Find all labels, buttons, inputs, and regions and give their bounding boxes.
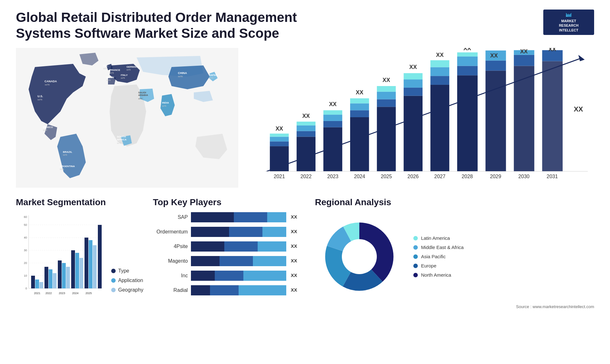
svg-text:2025: 2025 [85,292,92,295]
svg-rect-75 [457,52,478,57]
svg-text:10: 10 [24,274,27,277]
svg-text:xx%: xx% [60,168,64,170]
svg-rect-122 [53,273,57,288]
player-row: RadialXX [153,285,305,295]
svg-rect-132 [85,238,88,288]
svg-rect-40 [270,133,288,137]
player-bar-segment [253,256,286,266]
svg-text:U.S.: U.S. [37,95,43,98]
svg-text:XX: XX [356,89,363,95]
player-bar-segment [258,241,286,252]
player-name: Radial [153,287,188,293]
player-bar-segment [262,227,286,237]
svg-rect-43 [297,131,315,137]
svg-text:2027: 2027 [434,174,445,179]
regional-legend-item-apac: Asia Pacific [413,254,464,259]
players-title: Top Key Players [153,197,305,207]
player-name: Ordermentum [153,229,188,235]
svg-text:xx%: xx% [178,75,183,78]
logo-text: MARKET RESEARCH INTELLECT [559,19,579,32]
svg-rect-70 [430,60,449,67]
svg-rect-69 [430,67,449,76]
svg-text:SOUTH: SOUTH [117,135,126,138]
player-bar-segment [267,212,286,222]
regional-label-latin: Latin America [421,235,450,241]
svg-text:40: 40 [24,236,27,239]
svg-rect-68 [430,76,449,85]
player-label: XX [291,258,297,263]
svg-rect-49 [323,115,342,121]
regional-dot-na [413,273,418,277]
svg-text:2022: 2022 [301,174,312,179]
legend-dot-type [111,269,116,273]
svg-text:xx%: xx% [126,69,131,71]
regional-dot-latin [413,236,418,240]
svg-rect-55 [350,98,369,103]
svg-rect-116 [31,276,35,288]
svg-rect-53 [350,110,369,117]
bar-chart-section: XX XX XX XX [248,48,594,188]
svg-text:xx%: xx% [63,154,67,156]
player-label: XX [291,214,297,219]
player-bar-bg [191,285,286,295]
player-name: SAP [153,214,188,220]
svg-rect-57 [377,107,396,171]
svg-rect-120 [44,267,48,288]
logo-area: MARKET RESEARCH INTELLECT [543,10,594,35]
svg-rect-133 [89,240,92,288]
player-bar-wrap: XX [191,256,305,266]
player-label: XX [291,229,297,234]
svg-text:U.K.: U.K. [103,64,108,67]
donut-area [315,212,404,301]
svg-text:JAPAN: JAPAN [209,74,218,77]
regional-label-mea: Middle East & Africa [421,245,464,250]
svg-text:XX: XX [574,105,583,113]
svg-text:2031: 2031 [547,174,558,179]
player-bar-segment [239,285,286,295]
svg-rect-42 [297,137,315,171]
svg-text:XX: XX [275,125,283,131]
regional-label-apac: Asia Pacific [421,254,446,259]
legend-item-geography: Geography [111,287,143,293]
svg-rect-64 [404,79,423,88]
player-name: Magento [153,258,188,264]
players-list: SAPXXOrdermentumXX4PsiteXXMagentoXXIncXX… [153,212,305,295]
svg-rect-59 [377,92,396,99]
svg-marker-36 [578,55,585,61]
svg-rect-134 [93,245,97,288]
segmentation-title: Market Segmentation [16,197,143,207]
legend-item-application: Application [111,278,143,283]
bottom-row: Market Segmentation [16,197,594,309]
player-bar-bg [191,212,286,222]
svg-rect-72 [457,75,478,171]
regional-legend-item-na: North America [413,272,464,278]
svg-text:AFRICA: AFRICA [117,138,126,141]
svg-text:ARABIA: ARABIA [138,94,148,97]
svg-rect-45 [297,122,315,125]
player-bar-bg [191,256,286,266]
legend-label-type: Type [118,268,129,274]
svg-rect-128 [71,250,75,288]
svg-text:MEXICO: MEXICO [43,126,53,129]
player-bar-segment [191,271,215,281]
player-bar-segment [224,241,258,252]
svg-text:2023: 2023 [59,292,65,295]
regional-dot-mea [413,245,418,250]
page-container: Global Retail Distributed Order Manageme… [0,0,610,364]
player-bar-segment [191,212,234,222]
regional-title: Regional Analysis [315,197,594,207]
svg-point-142 [342,239,377,274]
svg-rect-65 [404,73,423,79]
svg-rect-125 [62,263,66,288]
player-bar-segment [191,241,224,252]
players-section: Top Key Players SAPXXOrdermentumXX4Psite… [153,197,305,300]
svg-text:2024: 2024 [72,292,78,295]
regional-legend-item-latin: Latin America [413,235,464,241]
bar-chart-svg: XX XX XX XX [248,48,594,188]
player-bar-segment [210,285,239,295]
logo-box: MARKET RESEARCH INTELLECT [543,10,594,35]
top-row: CANADA xx% U.S. xx% MEXICO xx% BRAZIL xx… [16,48,594,188]
svg-rect-136 [98,225,102,288]
svg-text:xx%: xx% [209,77,213,79]
player-bar-segment [191,227,229,237]
